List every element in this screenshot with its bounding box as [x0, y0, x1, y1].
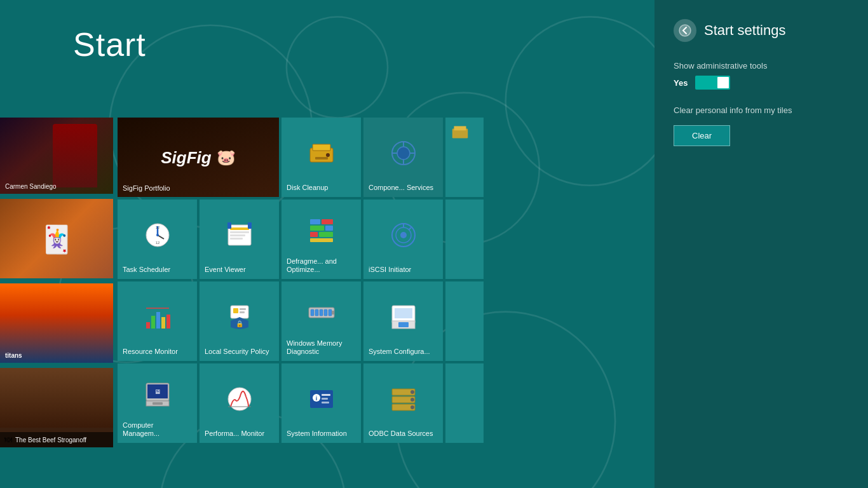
- defrag-label: Defragme... and Optimize...: [287, 257, 356, 274]
- svg-rect-44: [310, 238, 333, 242]
- svg-text:12: 12: [155, 226, 159, 229]
- stroganoff-label: The Best Beef Stroganoff: [15, 437, 86, 444]
- windows-memory-label: Windows Memory Diagnostic: [287, 339, 356, 356]
- svg-rect-82: [322, 398, 328, 400]
- iscsi-tile[interactable]: iSCSI Initiator: [363, 200, 443, 279]
- disk-cleanup-label: Disk Cleanup: [287, 184, 356, 192]
- train-tile[interactable]: titans: [0, 283, 113, 363]
- svg-text:🔒: 🔒: [236, 320, 244, 328]
- svg-point-90: [410, 405, 414, 409]
- toggle-row: Yes: [674, 76, 849, 90]
- start-title: Start: [73, 25, 146, 64]
- svg-rect-52: [156, 312, 160, 329]
- partial-tile-2[interactable]: [445, 200, 484, 279]
- svg-rect-34: [230, 234, 245, 236]
- svg-text:i: i: [315, 395, 317, 402]
- main-area: Start Carmen Sandiego 🃏 titans 🍽 The Bes: [0, 0, 654, 488]
- svg-rect-32: [230, 227, 249, 230]
- svg-point-91: [679, 25, 691, 36]
- performance-monitor-tile[interactable]: Performa... Monitor: [200, 363, 279, 443]
- event-viewer-tile[interactable]: Event Viewer: [200, 200, 279, 279]
- left-column: Carmen Sandiego 🃏 titans 🍽 The Best Beef…: [0, 118, 114, 447]
- local-security-label: Local Security Policy: [205, 348, 274, 356]
- svg-rect-53: [161, 317, 165, 329]
- svg-rect-43: [319, 232, 333, 237]
- system-information-label: System Information: [287, 430, 356, 438]
- iscsi-label: iSCSI Initiator: [369, 266, 438, 274]
- svg-point-15: [326, 153, 330, 157]
- svg-rect-54: [166, 315, 170, 329]
- sigfig-tile[interactable]: SigFig 🐷 SigFig Portfolio: [118, 118, 279, 197]
- clear-section-label: Clear personal info from my tiles: [674, 105, 849, 115]
- svg-text:12: 12: [155, 241, 159, 245]
- svg-rect-50: [146, 322, 150, 329]
- svg-rect-37: [248, 222, 252, 229]
- svg-rect-62: [311, 309, 314, 316]
- system-information-tile[interactable]: i System Information: [281, 363, 361, 443]
- odbc-label: ODBC Data Sources: [369, 430, 438, 438]
- partial-tile-3[interactable]: [445, 281, 484, 361]
- svg-rect-13: [313, 144, 330, 151]
- svg-point-89: [410, 398, 414, 402]
- svg-rect-14: [315, 157, 328, 159]
- panel-title: Start settings: [704, 22, 785, 39]
- svg-rect-42: [310, 232, 318, 237]
- stroganoff-tile[interactable]: 🍽 The Best Beef Stroganoff: [0, 368, 113, 447]
- local-security-tile[interactable]: 🔒 Local Security Policy: [200, 281, 279, 361]
- resource-monitor-tile[interactable]: Resource Monitor: [118, 281, 197, 361]
- clear-section: Clear personal info from my tiles Clear: [674, 105, 849, 146]
- system-config-tile[interactable]: System Configura...: [363, 281, 443, 361]
- component-services-tile[interactable]: Compone... Services: [363, 118, 443, 197]
- svg-rect-67: [332, 311, 334, 315]
- svg-rect-64: [320, 309, 323, 316]
- admin-tools-label: Show administrative tools: [674, 61, 849, 71]
- jazz-tile[interactable]: 🃏: [0, 199, 113, 278]
- sigfig-label: SigFig Portfolio: [123, 184, 170, 192]
- windows-memory-tile[interactable]: Windows Memory Diagnostic: [281, 281, 361, 361]
- svg-rect-75: [153, 402, 163, 405]
- performance-monitor-label: Performa... Monitor: [205, 430, 274, 438]
- svg-line-49: [409, 227, 411, 230]
- svg-rect-40: [310, 226, 324, 231]
- disk-cleanup-tile[interactable]: Disk Cleanup: [281, 118, 361, 197]
- toggle-yes-label: Yes: [674, 78, 688, 88]
- partial-tile-1[interactable]: [445, 118, 484, 197]
- right-panel: Start settings Show administrative tools…: [654, 0, 868, 488]
- back-button[interactable]: [674, 19, 696, 42]
- svg-rect-57: [233, 308, 238, 313]
- task-scheduler-label: Task Scheduler: [123, 266, 192, 274]
- svg-rect-39: [322, 219, 333, 224]
- computer-management-tile[interactable]: 🖥 Computer Managem...: [118, 363, 197, 443]
- svg-point-47: [400, 232, 407, 238]
- carmen-label: Carmen Sandiego: [5, 183, 57, 190]
- admin-tools-toggle[interactable]: [695, 76, 730, 90]
- svg-text:🖥: 🖥: [154, 388, 161, 395]
- svg-rect-35: [230, 238, 243, 240]
- svg-rect-58: [240, 308, 246, 310]
- defrag-tile[interactable]: Defragme... and Optimize...: [281, 200, 361, 279]
- partial-tile-4[interactable]: [445, 363, 484, 443]
- svg-rect-36: [227, 222, 231, 229]
- component-services-label: Compone... Services: [369, 184, 438, 192]
- svg-point-17: [397, 147, 410, 159]
- task-scheduler-tile[interactable]: 12 12 Task Scheduler: [118, 200, 197, 279]
- clear-button[interactable]: Clear: [674, 125, 730, 146]
- svg-rect-65: [324, 309, 327, 316]
- svg-rect-51: [151, 316, 155, 329]
- carmen-sandiego-tile[interactable]: Carmen Sandiego: [0, 118, 113, 194]
- system-config-label: System Configura...: [369, 348, 438, 356]
- panel-header: Start settings: [674, 19, 849, 42]
- svg-rect-59: [240, 311, 245, 313]
- svg-rect-23: [454, 126, 466, 130]
- resource-monitor-label: Resource Monitor: [123, 348, 192, 356]
- svg-point-28: [156, 234, 159, 236]
- tiles-grid: SigFig 🐷 SigFig Portfolio Disk Cleanup: [118, 118, 484, 443]
- svg-rect-41: [325, 226, 333, 231]
- svg-rect-83: [322, 402, 329, 403]
- odbc-tile[interactable]: ODBC Data Sources: [363, 363, 443, 443]
- admin-tools-section: Show administrative tools Yes: [674, 61, 849, 90]
- svg-rect-63: [315, 309, 318, 316]
- svg-point-88: [410, 390, 414, 394]
- svg-rect-71: [398, 322, 409, 327]
- svg-rect-66: [329, 309, 332, 316]
